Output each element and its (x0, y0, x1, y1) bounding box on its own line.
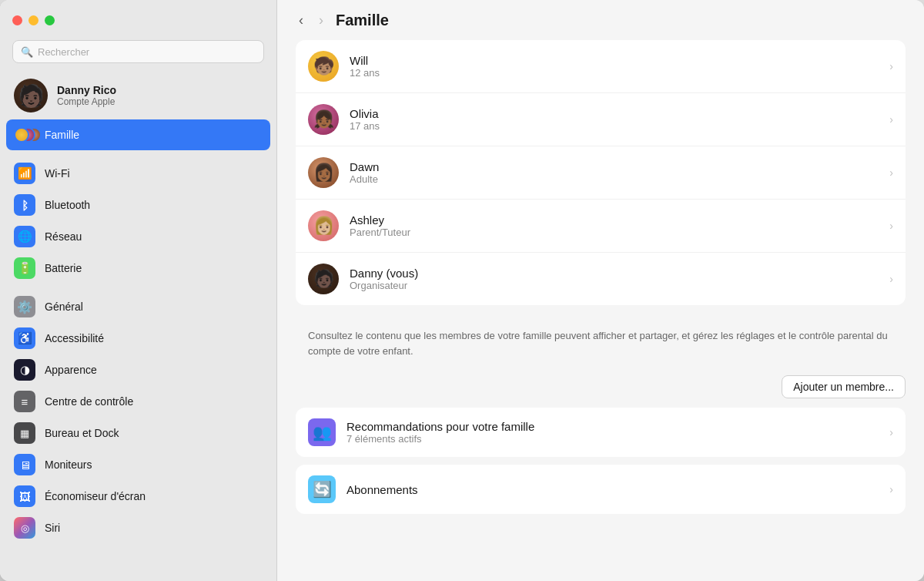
sidebar-item-centre[interactable]: ≡ Centre de contrôle (6, 386, 270, 417)
bottom-card-abonnements: 🔄 Abonnements › (296, 465, 906, 514)
wifi-icon: 📶 (14, 163, 35, 184)
dawn-avatar: 👩🏾 (308, 157, 339, 188)
add-member-button[interactable]: Ajouter un membre... (782, 375, 906, 398)
back-button[interactable]: ‹ (296, 9, 306, 32)
bureau-icon: ▦ (14, 422, 35, 444)
ashley-chevron: › (889, 220, 893, 232)
ashley-name: Ashley (350, 213, 889, 227)
sidebar-item-famille-label: Famille (45, 129, 79, 141)
sidebar-item-batterie[interactable]: 🔋 Batterie (6, 253, 270, 284)
ashley-avatar: 👩🏼 (308, 210, 339, 241)
recommandations-icon: 👥 (308, 418, 336, 446)
sidebar-item-general[interactable]: ⚙️ Général (6, 291, 270, 322)
search-icon: 🔍 (21, 46, 33, 58)
sidebar-item-bluetooth[interactable]: ᛒ Bluetooth (6, 190, 270, 220)
centre-icon: ≡ (14, 391, 35, 412)
member-row-will[interactable]: 🧒🏽 Will 12 ans › (296, 40, 906, 93)
add-member-row: Ajouter un membre... (296, 369, 906, 401)
sidebar-item-general-label: Général (45, 301, 83, 313)
sidebar: 🔍 Rechercher 🧑🏿 Danny Rico Compte Apple (0, 0, 277, 581)
member-row-danny[interactable]: 🧑🏿 Danny (vous) Organisateur › (296, 253, 906, 305)
bottom-card-recommandations: 👥 Recommandations pour votre famille 7 é… (296, 408, 906, 457)
sidebar-item-apparence[interactable]: ◑ Apparence (6, 354, 270, 385)
accessibilite-icon: ♿ (14, 327, 35, 349)
sidebar-item-famille[interactable]: Famille (6, 119, 270, 150)
user-subtitle: Compte Apple (57, 96, 116, 107)
user-profile-item[interactable]: 🧑🏿 Danny Rico Compte Apple (6, 72, 270, 119)
search-placeholder: Rechercher (38, 46, 89, 58)
abonnements-name: Abonnements (346, 483, 889, 496)
sidebar-item-wifi[interactable]: 📶 Wi-Fi (6, 158, 270, 189)
reseau-icon: 🌐 (14, 226, 35, 247)
page-title: Famille (336, 12, 389, 29)
sidebar-item-accessibilite-label: Accessibilité (45, 332, 104, 344)
app-window: 🔍 Rechercher 🧑🏿 Danny Rico Compte Apple (0, 0, 924, 581)
user-name: Danny Rico (57, 84, 116, 96)
bottom-row-abonnements[interactable]: 🔄 Abonnements › (296, 465, 906, 514)
will-chevron: › (889, 60, 893, 72)
recommandations-info: Recommandations pour votre famille 7 élé… (346, 420, 889, 445)
member-row-dawn[interactable]: 👩🏾 Dawn Adulte › (296, 146, 906, 200)
sidebar-item-reseau[interactable]: 🌐 Réseau (6, 221, 270, 252)
maximize-button[interactable] (45, 15, 55, 25)
sidebar-item-bureau-label: Bureau et Dock (45, 427, 119, 439)
family-description: Consultez le contenu que les membres de … (296, 317, 906, 369)
dawn-chevron: › (889, 166, 893, 179)
siri-icon: ◎ (14, 517, 35, 539)
recommandations-sub: 7 éléments actifs (346, 433, 889, 445)
close-button[interactable] (12, 15, 22, 25)
ashley-role: Parent/Tuteur (350, 227, 889, 238)
member-row-ashley[interactable]: 👩🏼 Ashley Parent/Tuteur › (296, 200, 906, 253)
sidebar-item-economiseur[interactable]: 🖼 Économiseur d'écran (6, 481, 270, 512)
minimize-button[interactable] (28, 15, 38, 25)
sidebar-item-apparence-label: Apparence (45, 364, 97, 376)
will-avatar: 🧒🏽 (308, 51, 339, 82)
member-row-olivia[interactable]: 👧🏾 Olivia 17 ans › (296, 93, 906, 146)
recommandations-chevron: › (889, 426, 893, 438)
moniteurs-icon: 🖥 (14, 454, 35, 475)
olivia-avatar: 👧🏾 (308, 104, 339, 135)
danny-chevron: › (889, 273, 893, 285)
forward-button[interactable]: › (316, 9, 326, 32)
recommandations-name: Recommandations pour votre famille (346, 420, 889, 433)
apparence-icon: ◑ (14, 359, 35, 381)
user-info: Danny Rico Compte Apple (57, 84, 116, 107)
danny-role: Organisateur (350, 280, 889, 291)
danny-avatar: 🧑🏿 (308, 264, 339, 294)
bluetooth-icon: ᛒ (14, 194, 35, 216)
user-avatar: 🧑🏿 (14, 79, 48, 113)
olivia-name: Olivia (350, 107, 889, 120)
famille-icon (14, 124, 35, 146)
sidebar-item-reseau-label: Réseau (45, 230, 82, 243)
sidebar-scroll: 🧑🏿 Danny Rico Compte Apple Famille (0, 72, 276, 581)
main-body: 🧒🏽 Will 12 ans › 👧🏾 Olivia 17 an (277, 40, 924, 581)
sidebar-item-centre-label: Centre de contrôle (45, 395, 133, 408)
abonnements-chevron: › (889, 483, 893, 495)
sidebar-item-batterie-label: Batterie (45, 262, 82, 274)
bottom-row-recommandations[interactable]: 👥 Recommandations pour votre famille 7 é… (296, 408, 906, 457)
olivia-chevron: › (889, 113, 893, 126)
sidebar-item-accessibilite[interactable]: ♿ Accessibilité (6, 323, 270, 354)
olivia-info: Olivia 17 ans (350, 107, 889, 132)
search-bar[interactable]: 🔍 Rechercher (12, 40, 264, 63)
dawn-role: Adulte (350, 173, 889, 185)
sidebar-item-bluetooth-label: Bluetooth (45, 199, 90, 211)
sidebar-item-siri-label: Siri (45, 522, 60, 534)
economiseur-icon: 🖼 (14, 485, 35, 507)
danny-name: Danny (vous) (350, 267, 889, 280)
will-info: Will 12 ans (350, 54, 889, 79)
main-content: ‹ › Famille 🧒🏽 Will 12 ans › (277, 0, 924, 581)
sidebar-item-moniteurs[interactable]: 🖥 Moniteurs (6, 449, 270, 480)
sidebar-item-siri[interactable]: ◎ Siri (6, 512, 270, 543)
general-icon: ⚙️ (14, 296, 35, 317)
olivia-role: 17 ans (350, 120, 889, 132)
batterie-icon: 🔋 (14, 257, 35, 279)
sidebar-item-bureau[interactable]: ▦ Bureau et Dock (6, 418, 270, 448)
sidebar-item-economiseur-label: Économiseur d'écran (45, 490, 146, 502)
ashley-info: Ashley Parent/Tuteur (350, 213, 889, 238)
titlebar (0, 0, 276, 40)
dawn-info: Dawn Adulte (350, 160, 889, 185)
sidebar-item-wifi-label: Wi-Fi (45, 167, 70, 180)
will-role: 12 ans (350, 67, 889, 79)
abonnements-icon: 🔄 (308, 475, 336, 503)
